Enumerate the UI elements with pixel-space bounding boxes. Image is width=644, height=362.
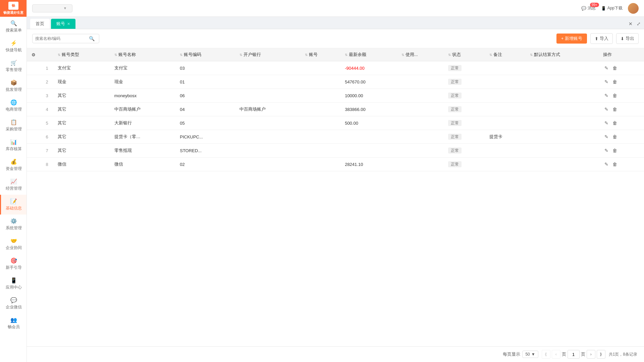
page-size-label: 每页显示	[503, 351, 520, 357]
row-num: 1	[40, 61, 54, 75]
th-settings[interactable]: ⚙	[27, 48, 40, 61]
sidebar-item-ecommerce-mgmt[interactable]: 🌐 电商管理	[0, 96, 26, 116]
inventory-check-icon: 📊	[10, 139, 17, 145]
row-num: 6	[40, 130, 54, 144]
th-default-settlement[interactable]: ⇅默认结算方式	[526, 48, 599, 61]
row-num: 4	[40, 103, 54, 116]
top-search-box[interactable]: ▼	[32, 4, 72, 12]
th-latest-balance[interactable]: ⇅最新余额	[341, 48, 397, 61]
th-account-number[interactable]: ⇅账号	[301, 48, 341, 61]
th-status[interactable]: ⇅状态	[444, 48, 485, 61]
top-search-input[interactable]	[35, 6, 62, 11]
edit-button[interactable]: ✎	[603, 120, 610, 126]
fund-mgmt-icon: 💰	[10, 159, 17, 165]
message-button[interactable]: 💬 消息 99+	[581, 5, 596, 11]
page-label: 页	[562, 351, 566, 357]
pagination: ⟪ ‹ 页 页 › ⟫	[542, 350, 605, 359]
delete-button[interactable]: 🗑	[611, 161, 619, 168]
content-toolbar: 🔍 + 新增账号 ⬆ 导入 ⬇ 导出	[27, 29, 644, 48]
th-remarks[interactable]: ⇅备注	[485, 48, 526, 61]
sidebar-item-basic-info[interactable]: 📝 基础信息	[0, 195, 26, 215]
sidebar-item-retail-mgmt[interactable]: 🛒 零售管理	[0, 56, 26, 76]
top-search-dropdown-icon[interactable]: ▼	[63, 6, 67, 10]
row-actions: ✎ 🗑	[599, 61, 644, 75]
page-size-dropdown-icon: ▼	[531, 352, 535, 357]
sidebar-item-search-menu[interactable]: 🔍 搜索菜单	[0, 17, 26, 37]
edit-button[interactable]: ✎	[603, 147, 610, 154]
row-usage	[397, 75, 444, 89]
table-row: 4 其它 中百商场账户 04 中百商场账户 383866.00 正常 ✎ 🗑	[27, 103, 644, 116]
sidebar-item-label: 系统管理	[6, 225, 22, 231]
avatar[interactable]	[628, 3, 639, 14]
expand-window-icon[interactable]: ⤢	[637, 21, 641, 26]
row-latest-balance: 547670.00	[341, 75, 397, 89]
delete-button[interactable]: 🗑	[611, 78, 619, 85]
logo-icon: 畅	[8, 2, 18, 10]
tab-close-icon[interactable]: ✕	[67, 22, 70, 26]
status-badge: 正常	[448, 161, 462, 167]
prev-page-button[interactable]: ‹	[552, 350, 560, 359]
row-default-settlement	[526, 144, 599, 158]
tab-expand-button[interactable]: ✕ ⤢	[629, 21, 641, 26]
add-account-button[interactable]: + 新增账号	[556, 34, 587, 44]
last-page-button[interactable]: ⟫	[597, 350, 605, 359]
search-icon[interactable]: 🔍	[89, 36, 95, 41]
row-usage	[397, 130, 444, 144]
app-download-button[interactable]: 📱 App下载	[601, 5, 623, 11]
tab-home[interactable]: 首页	[30, 19, 50, 29]
th-bank[interactable]: ⇅开户银行	[235, 48, 301, 61]
sidebar-item-quick-nav[interactable]: ⚡ 快捷导航	[0, 37, 26, 56]
th-account-type[interactable]: ⇅账号类型	[54, 48, 110, 61]
row-num: 3	[40, 89, 54, 103]
search-input[interactable]	[35, 36, 89, 41]
sidebar-item-wholesale-mgmt[interactable]: 📦 批发管理	[0, 76, 26, 96]
row-remarks	[485, 89, 526, 103]
page-size-dropdown[interactable]: 50 ▼	[522, 351, 538, 358]
export-button[interactable]: ⬇ 导出	[616, 33, 639, 44]
logo-text: 畅捷通好生意	[3, 10, 23, 15]
row-account-code: PICKUPC...	[176, 130, 235, 144]
row-default-settlement	[526, 103, 599, 116]
sidebar-item-inventory-check[interactable]: 📊 库存核算	[0, 135, 26, 155]
sidebar-item-enterprise-wechat[interactable]: 💬 企业微信	[0, 294, 26, 313]
delete-button[interactable]: 🗑	[611, 65, 619, 71]
delete-button[interactable]: 🗑	[611, 120, 619, 126]
sidebar-item-app-center[interactable]: 📱 应用中心	[0, 274, 26, 294]
delete-button[interactable]: 🗑	[611, 133, 619, 140]
search-menu-icon: 🔍	[10, 20, 17, 26]
edit-button[interactable]: ✎	[603, 78, 610, 85]
table-row: 1 支付宝 支付宝 03 -90444.00 正常 ✎ 🗑	[27, 61, 644, 75]
status-badge: 正常	[448, 93, 462, 99]
sidebar-item-operations-mgmt[interactable]: 📈 经营管理	[0, 175, 26, 195]
edit-button[interactable]: ✎	[603, 65, 610, 71]
row-settings	[27, 89, 40, 103]
edit-button[interactable]: ✎	[603, 161, 610, 168]
th-usage[interactable]: ⇅使用...	[397, 48, 444, 61]
edit-button[interactable]: ✎	[603, 106, 610, 113]
sidebar-item-members[interactable]: 👥 畅会员	[0, 313, 26, 333]
tab-account[interactable]: 账号 ✕	[51, 19, 75, 29]
row-latest-balance: -90444.00	[341, 61, 397, 75]
row-settings	[27, 116, 40, 130]
sidebar-item-purchase-mgmt[interactable]: 📋 采购管理	[0, 116, 26, 135]
th-account-code[interactable]: ⇅账号编码	[176, 48, 235, 61]
sidebar-item-fund-mgmt[interactable]: 💰 资金管理	[0, 155, 26, 175]
sidebar-item-new-guide[interactable]: 🎯 新手引导	[0, 254, 26, 274]
search-box[interactable]: 🔍	[32, 34, 99, 43]
next-page-button[interactable]: ›	[587, 350, 595, 359]
sidebar-item-label: 电商管理	[6, 107, 22, 112]
th-account-name[interactable]: ⇅账号名称	[110, 48, 176, 61]
page-number-input[interactable]	[568, 350, 580, 359]
delete-button[interactable]: 🗑	[611, 92, 619, 99]
delete-button[interactable]: 🗑	[611, 147, 619, 154]
sidebar-item-system-mgmt[interactable]: ⚙️ 系统管理	[0, 215, 26, 234]
sidebar-item-enterprise-agreement[interactable]: 🤝 企业协同	[0, 234, 26, 254]
table-row: 5 其它 大新银行 05 500.00 正常 ✎ 🗑	[27, 116, 644, 130]
row-account-code: 04	[176, 103, 235, 116]
close-window-icon[interactable]: ✕	[629, 21, 633, 26]
import-button[interactable]: ⬆ 导入	[590, 33, 613, 44]
delete-button[interactable]: 🗑	[611, 106, 619, 113]
first-page-button[interactable]: ⟪	[542, 350, 550, 359]
edit-button[interactable]: ✎	[603, 133, 610, 140]
edit-button[interactable]: ✎	[603, 92, 610, 99]
